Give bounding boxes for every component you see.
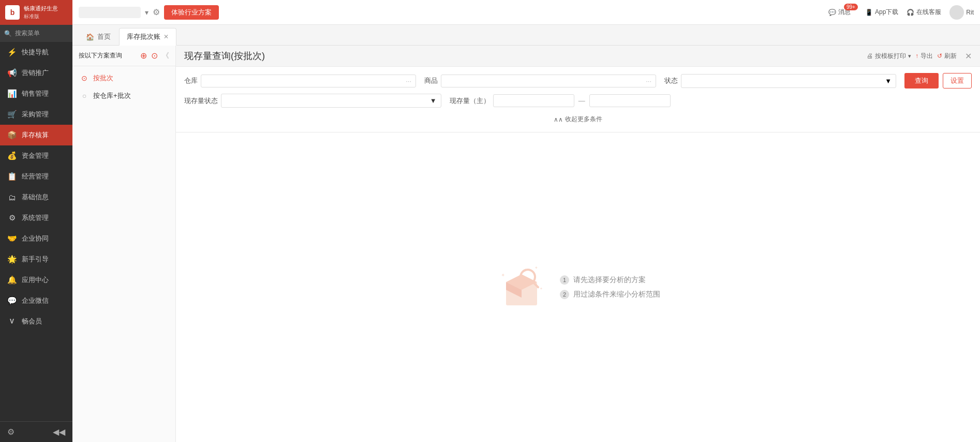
tab-home[interactable]: 🏠 首页: [79, 28, 118, 45]
sidebar-item-quick-nav[interactable]: ⚡ 快捷导航: [0, 42, 72, 63]
inventory-icon: 📦: [7, 130, 17, 140]
inventory-qty-min-input[interactable]: [498, 97, 585, 105]
inventory-status-label: 现存量状态: [184, 96, 218, 106]
avatar: [949, 5, 964, 20]
sidebar-item-marketing[interactable]: 📢 营销推广: [0, 63, 72, 83]
inventory-status-select[interactable]: ▼: [221, 94, 441, 108]
app-download-item[interactable]: 📱 App下载: [865, 8, 898, 17]
product-more-icon[interactable]: ···: [646, 77, 651, 85]
main-area: ▾ ⚙ 体验行业方案 💬 消息 99+ 📱 App下载 🎧 在线客服 Rit: [72, 0, 980, 442]
status-dropdown-icon: ▼: [885, 77, 892, 85]
app-logo: b: [5, 5, 20, 20]
quick-nav-icon: ⚡: [7, 48, 17, 57]
message-count-badge: 99+: [844, 4, 858, 10]
print-button[interactable]: 🖨 按模板打印 ▾: [867, 52, 911, 61]
qty-separator: —: [574, 97, 589, 105]
status-dropdown[interactable]: ▼: [681, 74, 896, 88]
sidebar-item-newbie[interactable]: 🌟 新手引导: [0, 249, 72, 270]
inventory-qty-max-wrap[interactable]: [589, 94, 671, 107]
sidebar-item-basic[interactable]: 🗂 基础信息: [0, 187, 72, 208]
refresh-button[interactable]: ↺ 刷新: [937, 52, 957, 61]
newbie-icon: 🌟: [7, 255, 17, 264]
product-label: 商品: [424, 76, 438, 85]
sidebar-item-sales[interactable]: 📊 销售管理: [0, 83, 72, 104]
phone-icon: 📱: [865, 9, 873, 16]
tabbar: 🏠 首页 库存批次账 ✕: [72, 25, 980, 46]
operations-icon: 📋: [7, 172, 17, 181]
sidebar-item-operations[interactable]: 📋 经营管理: [0, 166, 72, 187]
basic-icon: 🗂: [7, 193, 17, 202]
appstore-icon: 🔔: [7, 275, 17, 285]
settings-icon[interactable]: ⚙: [7, 427, 14, 437]
tip-item-1: 1 请先选择要分析的方案: [560, 275, 660, 285]
svg-text:✦: ✦: [540, 287, 543, 290]
sidebar-scroll: ⚡ 快捷导航 📢 营销推广 📊 销售管理 🛒 采购管理 📦 库存核算 💰 资金管…: [0, 42, 72, 421]
inventory-status-dropdown-icon: ▼: [430, 97, 437, 105]
settings-button[interactable]: 设置: [943, 73, 972, 89]
sidebar-item-wechat[interactable]: 💬 企业微信: [0, 290, 72, 311]
warehouse-input[interactable]: [205, 77, 406, 85]
collapse-plan-icon[interactable]: 《: [162, 51, 169, 61]
message-badge-item[interactable]: 💬 消息 99+: [828, 8, 851, 17]
empty-tips: 1 请先选择要分析的方案 2 用过滤条件来缩小分析范围: [560, 275, 660, 299]
sidebar-item-inventory[interactable]: 📦 库存核算: [0, 125, 72, 145]
left-panel-actions: ⊕ ⊙ 《: [140, 51, 169, 61]
sidebar-item-member[interactable]: V 畅会员: [0, 311, 72, 332]
sidebar-item-enterprise[interactable]: 🤝 企业协同: [0, 228, 72, 249]
sidebar-item-appstore[interactable]: 🔔 应用中心: [0, 270, 72, 290]
sidebar-header: b 畅康通好生意 标准版: [0, 0, 72, 25]
topbar: ▾ ⚙ 体验行业方案 💬 消息 99+ 📱 App下载 🎧 在线客服 Rit: [72, 0, 980, 25]
warehouse-more-icon[interactable]: ···: [406, 77, 411, 85]
close-panel-button[interactable]: ✕: [965, 51, 972, 61]
status-label: 状态: [664, 76, 678, 85]
settings-plan-icon[interactable]: ⊙: [151, 51, 158, 61]
warehouse-label: 仓库: [184, 76, 198, 85]
member-icon: V: [7, 317, 17, 326]
product-filter-field: 商品 ···: [424, 75, 656, 87]
plan-item-by-warehouse-batch[interactable]: ○ 按仓库+批次: [72, 87, 175, 105]
enterprise-icon: 🤝: [7, 234, 17, 243]
search-icon: 🔍: [4, 30, 12, 37]
product-input-wrap[interactable]: ···: [441, 75, 656, 87]
tip-num-1: 1: [560, 275, 569, 285]
sidebar-footer: ⚙ ◀◀: [0, 421, 72, 442]
finance-icon: 💰: [7, 151, 17, 160]
tab-close-icon[interactable]: ✕: [164, 33, 169, 40]
page-title-actions: 🖨 按模板打印 ▾ ↑ 导出 ↺ 刷新 ✕: [867, 51, 972, 61]
collapse-filter-button[interactable]: ∧∧ 收起更多条件: [184, 113, 972, 126]
inventory-qty-max-input[interactable]: [594, 97, 681, 105]
inventory-status-field: 现存量状态 ▼: [184, 94, 441, 108]
add-plan-icon[interactable]: ⊕: [140, 51, 147, 61]
query-button[interactable]: 查询: [904, 73, 939, 89]
sidebar-item-system[interactable]: ⚙ 系统管理: [0, 208, 72, 228]
export-button[interactable]: ↑ 导出: [915, 52, 933, 61]
inventory-qty-min-wrap[interactable]: [493, 94, 574, 107]
collapse-sidebar-icon[interactable]: ◀◀: [53, 427, 65, 437]
headset-icon: 🎧: [907, 9, 914, 16]
topbar-search-input[interactable]: [79, 7, 141, 18]
topbar-dropdown-icon[interactable]: ▾: [145, 8, 149, 17]
sidebar-search[interactable]: 🔍 搜索菜单: [0, 25, 72, 42]
sidebar-item-purchase[interactable]: 🛒 采购管理: [0, 104, 72, 125]
filter-row-2: 现存量状态 ▼ 现存量（主） —: [184, 94, 972, 108]
filter-row-1: 仓库 ··· 商品 ··· 状态: [184, 73, 972, 89]
left-panel-title: 按以下方案查询: [79, 51, 122, 60]
sidebar-item-finance[interactable]: 💰 资金管理: [0, 145, 72, 166]
sidebar: b 畅康通好生意 标准版 🔍 搜索菜单 ⚡ 快捷导航 📢 营销推广 📊 销售管理…: [0, 0, 72, 442]
app-title: 畅康通好生意 标准版: [24, 5, 58, 20]
plan-active-icon: ⊙: [80, 73, 89, 83]
left-panel-items: ⊙ 按批次 ○ 按仓库+批次: [72, 66, 175, 108]
home-icon: 🏠: [86, 33, 94, 41]
trial-button[interactable]: 体验行业方案: [164, 5, 219, 20]
page-title-bar: 现存量查询(按批次) 🖨 按模板打印 ▾ ↑ 导出 ↺ 刷新: [176, 46, 980, 67]
product-input[interactable]: [446, 77, 646, 85]
warehouse-input-wrap[interactable]: ···: [201, 75, 416, 87]
tab-inventory-batch[interactable]: 库存批次账 ✕: [119, 28, 176, 46]
export-icon: ↑: [915, 52, 918, 60]
printer-icon: 🖨: [867, 52, 873, 60]
online-service-item[interactable]: 🎧 在线客服: [907, 8, 941, 17]
print-dropdown-icon[interactable]: ▾: [908, 53, 911, 60]
topbar-gear-icon[interactable]: ⚙: [153, 7, 160, 17]
user-avatar-item[interactable]: Rit: [949, 5, 974, 20]
plan-item-by-batch[interactable]: ⊙ 按批次: [72, 69, 175, 87]
